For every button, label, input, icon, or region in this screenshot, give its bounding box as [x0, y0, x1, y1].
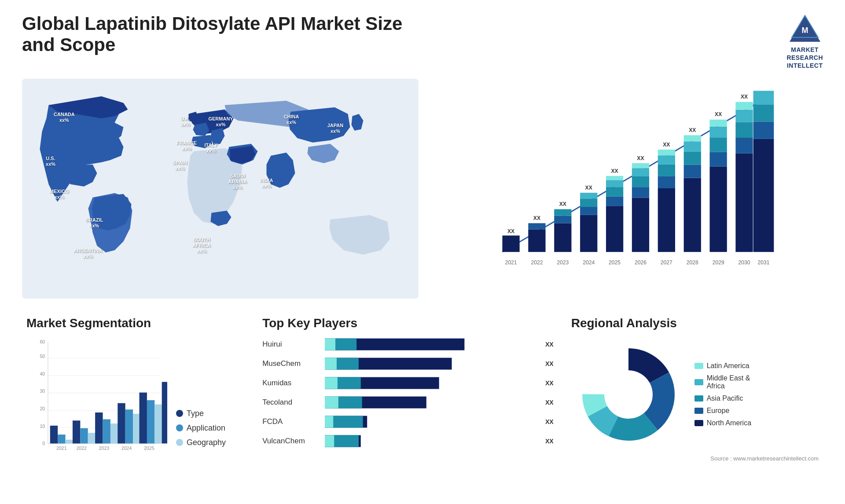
svg-text:40: 40	[40, 371, 45, 376]
seg-chart-area: 0 10 20 30 40 50 60	[26, 337, 167, 460]
svg-text:60: 60	[40, 339, 45, 344]
svg-rect-90	[73, 420, 80, 443]
page-container: Global Lapatinib Ditosylate API Market S…	[0, 0, 845, 504]
donut-legend-asia-pacific: Asia Pacific	[694, 394, 751, 402]
svg-text:2023: 2023	[99, 445, 110, 450]
segmentation-title: Market Segmentation	[26, 316, 245, 330]
svg-rect-18	[580, 215, 597, 252]
player-row-tecoland: Tecoland XX	[262, 395, 554, 409]
svg-point-133	[606, 372, 651, 417]
svg-rect-121	[325, 396, 338, 408]
svg-text:30: 30	[40, 388, 45, 394]
svg-text:2022: 2022	[76, 445, 87, 450]
svg-rect-31	[632, 197, 649, 252]
page-title: Global Lapatinib Ditosylate API Market S…	[22, 13, 418, 55]
legend-type-label: Type	[187, 409, 204, 418]
svg-rect-6	[502, 235, 519, 252]
top-section: CANADAxx% U.S.xx% MEXICOxx% BRAZILxx% AR…	[22, 79, 823, 299]
svg-text:XX: XX	[507, 228, 514, 234]
legend-type: Type	[176, 409, 226, 418]
svg-text:XX: XX	[715, 111, 722, 117]
donut-label-north-america: North America	[707, 419, 751, 427]
svg-text:XX: XX	[663, 141, 670, 147]
bottom-section: Market Segmentation 0 10 20 30 40	[22, 312, 823, 501]
svg-text:XX: XX	[689, 127, 696, 133]
svg-rect-47	[684, 151, 701, 164]
svg-rect-63	[735, 102, 753, 110]
player-name-fcda: FCDA	[262, 417, 320, 426]
player-row-musechem: MuseChem XX	[262, 357, 554, 371]
donut-color-north-america	[694, 420, 703, 426]
svg-rect-69	[753, 91, 774, 104]
seg-chart-container: 0 10 20 30 40 50 60	[26, 337, 245, 460]
svg-rect-34	[632, 168, 649, 176]
svg-rect-9	[528, 229, 545, 252]
donut-legend-middle-east: Middle East &Africa	[694, 374, 751, 390]
svg-text:XX: XX	[637, 155, 644, 161]
svg-rect-104	[154, 404, 162, 443]
donut-color-latin-america	[694, 363, 703, 369]
donut-legend-north-america: North America	[694, 419, 751, 427]
svg-text:M: M	[801, 26, 808, 35]
svg-rect-21	[580, 193, 597, 198]
donut-legend-latin-america: Latin America	[694, 362, 751, 370]
svg-rect-98	[118, 403, 125, 443]
world-map-svg	[22, 79, 419, 299]
svg-rect-55	[709, 126, 727, 137]
svg-text:2023: 2023	[557, 259, 569, 266]
svg-text:2026: 2026	[635, 259, 647, 266]
svg-rect-106	[162, 382, 167, 443]
donut-color-middle-east	[694, 379, 703, 385]
svg-text:2027: 2027	[661, 259, 672, 266]
svg-rect-99	[125, 409, 133, 443]
svg-text:2029: 2029	[713, 259, 724, 266]
svg-rect-66	[753, 139, 774, 252]
svg-rect-14	[554, 215, 571, 223]
svg-rect-54	[709, 138, 727, 152]
player-name-huirui: Huirui	[262, 340, 320, 349]
svg-rect-32	[632, 187, 649, 197]
svg-rect-52	[709, 166, 727, 252]
svg-text:XX: XX	[533, 215, 540, 221]
svg-rect-19	[580, 207, 597, 215]
svg-rect-25	[606, 196, 623, 205]
svg-rect-91	[80, 428, 88, 443]
svg-text:2021: 2021	[505, 259, 517, 266]
player-name-tecoland: Tecoland	[262, 398, 320, 407]
svg-text:50: 50	[40, 354, 45, 359]
svg-text:2025: 2025	[609, 259, 621, 266]
svg-rect-24	[606, 206, 623, 252]
svg-text:XX: XX	[760, 88, 767, 89]
svg-rect-33	[632, 176, 649, 186]
donut-color-asia-pacific	[694, 395, 703, 402]
logo-text: MARKET RESEARCH INTELLECT	[786, 46, 823, 70]
svg-text:2022: 2022	[531, 259, 543, 266]
svg-text:20: 20	[40, 406, 45, 411]
svg-text:2024: 2024	[583, 259, 595, 266]
svg-rect-86	[50, 425, 58, 443]
logo: M MARKET RESEARCH INTELLECT	[786, 13, 823, 70]
player-row-vulcanchem: VulcanChem XX	[262, 434, 554, 448]
svg-text:XX: XX	[559, 201, 566, 207]
svg-rect-118	[325, 377, 338, 389]
player-bar-fcda	[325, 415, 536, 429]
svg-text:XX: XX	[611, 168, 618, 174]
legend-application-label: Application	[187, 424, 225, 433]
legend-dot-geography	[176, 439, 183, 446]
player-name-vulcanchem: VulcanChem	[262, 437, 320, 446]
legend-geography-label: Geography	[187, 438, 226, 447]
donut-label-latin-america: Latin America	[707, 362, 749, 370]
player-row-fcda: FCDA XX	[262, 415, 554, 429]
svg-rect-40	[658, 164, 675, 176]
donut-label-middle-east: Middle East &Africa	[707, 374, 750, 390]
logo-icon: M	[787, 13, 823, 44]
svg-rect-49	[684, 135, 701, 141]
svg-rect-56	[709, 119, 727, 126]
svg-rect-46	[684, 164, 701, 178]
svg-text:2030: 2030	[738, 259, 750, 266]
player-bar-tecoland	[325, 395, 536, 409]
svg-rect-48	[684, 141, 701, 151]
player-bar-musechem	[325, 357, 536, 371]
regional-section: Regional Analysis	[567, 312, 823, 501]
header: Global Lapatinib Ditosylate API Market S…	[22, 13, 823, 70]
